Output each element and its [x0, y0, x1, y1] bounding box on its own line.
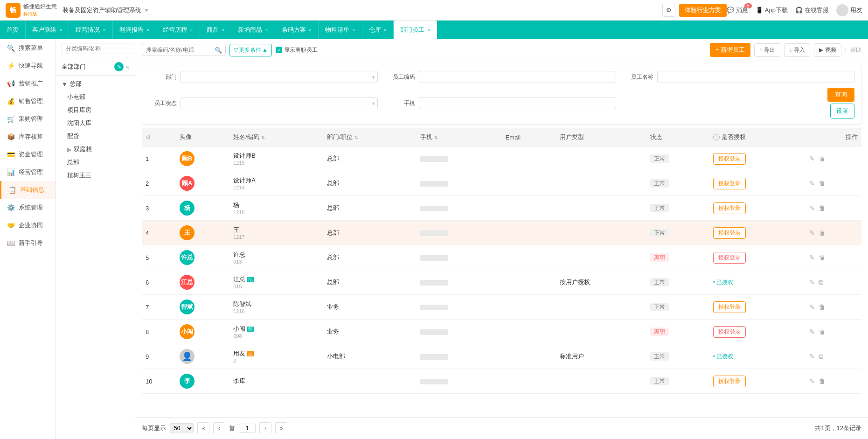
- sidebar-item-purchase[interactable]: 🛒 采购管理: [0, 110, 56, 128]
- tab-bom[interactable]: 物料清单×: [319, 21, 362, 39]
- view-button[interactable]: ▶ 视频: [814, 43, 841, 57]
- message-button[interactable]: 💬 消息 5: [727, 6, 748, 14]
- sidebar-item-inventory[interactable]: 📦 库存核算: [0, 128, 56, 146]
- auth-button-resigned[interactable]: 授权登录: [713, 326, 746, 338]
- first-page-btn[interactable]: «: [197, 422, 209, 434]
- delete-icon[interactable]: 🗑: [819, 377, 825, 385]
- auth-button[interactable]: 授权登录: [713, 153, 746, 165]
- dept-edit-icon[interactable]: ✎: [114, 62, 124, 71]
- dept-node-shenyang[interactable]: 沈阳大库: [56, 117, 135, 130]
- export-button[interactable]: ↑ 导出: [754, 43, 780, 57]
- sidebar-item-guide[interactable]: 📖 新手引导: [0, 234, 56, 252]
- dept-node-zongbu2[interactable]: 总部: [56, 156, 135, 169]
- sidebar-item-system[interactable]: ⚙️ 系统管理: [0, 199, 56, 216]
- sidebar-item-business[interactable]: 📊 经营管理: [0, 163, 56, 181]
- auth-button[interactable]: 授权登录: [713, 178, 746, 189]
- name-sort-icon[interactable]: ⇅: [261, 135, 265, 140]
- dept-node-zongbu-root[interactable]: ▼ 总部: [56, 77, 135, 91]
- edit-icon[interactable]: ✎: [809, 204, 815, 212]
- user-area[interactable]: 用友: [836, 4, 862, 16]
- dept-select[interactable]: [181, 71, 377, 83]
- dept-collapse-icon[interactable]: «: [125, 63, 129, 70]
- tab-bom-close[interactable]: ×: [352, 27, 355, 33]
- dept-node-peihuo[interactable]: 配货: [56, 130, 135, 143]
- experience-btn[interactable]: 体验行业方案: [679, 4, 727, 17]
- phone-input[interactable]: [419, 97, 616, 109]
- tab-profit[interactable]: 利润报告×: [113, 21, 156, 39]
- edit-icon[interactable]: ✎: [809, 303, 815, 311]
- tab-history[interactable]: 经营历程×: [156, 21, 200, 39]
- page-input[interactable]: [239, 424, 256, 433]
- sidebar-item-search[interactable]: 🔍 搜索菜单: [0, 39, 56, 57]
- delete-icon[interactable]: 🗑: [819, 180, 825, 187]
- tab-employee-close[interactable]: ×: [427, 27, 430, 33]
- dept-select-wrap[interactable]: ▾: [181, 71, 378, 83]
- gear-button[interactable]: ⚙: [662, 4, 675, 17]
- filter-search-icon[interactable]: 🔍: [215, 47, 222, 54]
- tab-warehouse[interactable]: 仓库×: [362, 21, 394, 39]
- tab-goods-close[interactable]: ×: [222, 27, 224, 33]
- prev-page-btn[interactable]: ‹: [213, 422, 225, 434]
- auth-button[interactable]: 授权登录: [713, 301, 746, 313]
- dept-node-xiangmu[interactable]: 项目库房: [56, 104, 135, 117]
- dept-node-zhishu[interactable]: 植树王三: [56, 169, 135, 182]
- delete-icon[interactable]: 🗑: [819, 229, 825, 237]
- settings-button[interactable]: 设置: [830, 104, 854, 118]
- phone-sort-icon[interactable]: ⇅: [434, 135, 438, 140]
- per-page-select[interactable]: 50 10 20 100: [170, 423, 194, 433]
- auth-button[interactable]: 授权登录: [713, 227, 746, 239]
- edit-icon[interactable]: ✎: [809, 279, 815, 286]
- next-page-btn[interactable]: ›: [259, 422, 271, 434]
- system-title-arrow-icon[interactable]: ▾: [145, 7, 148, 14]
- delete-icon[interactable]: 🗑: [819, 254, 825, 261]
- copy-icon[interactable]: ⧉: [819, 279, 823, 286]
- edit-icon[interactable]: ✎: [809, 353, 815, 360]
- status-select-wrap[interactable]: ▾: [181, 97, 378, 109]
- tab-new-goods-close[interactable]: ×: [265, 27, 268, 33]
- delete-icon[interactable]: 🗑: [819, 328, 825, 335]
- delete-icon[interactable]: 🗑: [819, 303, 825, 311]
- sidebar-item-finance[interactable]: 💳 资金管理: [0, 146, 56, 163]
- app-download-button[interactable]: 📱 App下载: [756, 6, 788, 14]
- tab-customer-close[interactable]: ×: [59, 27, 62, 33]
- edit-icon[interactable]: ✎: [809, 155, 815, 162]
- sidebar-item-basic[interactable]: 📋 基础信息: [0, 181, 56, 199]
- tab-new-goods[interactable]: 新增商品×: [231, 21, 275, 39]
- tab-customer[interactable]: 客户联络×: [26, 21, 69, 39]
- empname-input[interactable]: [657, 71, 854, 83]
- tab-warehouse-close[interactable]: ×: [384, 27, 387, 33]
- auth-button-resigned[interactable]: 授权登录: [713, 252, 746, 264]
- sidebar-item-nav[interactable]: ⚡ 快速导航: [0, 57, 56, 75]
- filter-search-input[interactable]: [142, 44, 226, 56]
- auth-button[interactable]: 授权登录: [713, 202, 746, 214]
- edit-icon[interactable]: ✎: [809, 377, 815, 385]
- tab-history-close[interactable]: ×: [190, 27, 193, 33]
- delete-icon[interactable]: 🗑: [819, 204, 825, 212]
- more-conditions-button[interactable]: ▽ 更多条件 ▲: [229, 44, 272, 56]
- tab-home[interactable]: 首页: [0, 21, 26, 39]
- edit-icon[interactable]: ✎: [809, 229, 815, 237]
- status-select[interactable]: [181, 98, 377, 109]
- tab-barcode-close[interactable]: ×: [309, 27, 312, 33]
- empcode-input[interactable]: [419, 71, 616, 83]
- tab-employee[interactable]: 部门员工×: [394, 21, 437, 39]
- query-button[interactable]: 查询: [827, 88, 854, 102]
- edit-icon[interactable]: ✎: [809, 328, 815, 335]
- last-page-btn[interactable]: »: [275, 422, 287, 434]
- dept-node-shuangting[interactable]: ▶ 双庭想: [56, 143, 135, 156]
- auth-info-icon[interactable]: i: [713, 134, 720, 140]
- col-settings-icon[interactable]: ⚙: [146, 134, 151, 141]
- tab-profit-close[interactable]: ×: [146, 27, 149, 33]
- auth-button[interactable]: 授权登录: [713, 376, 746, 387]
- tab-barcode[interactable]: 条码方案×: [275, 21, 319, 39]
- import-button[interactable]: ↓ 导入: [784, 43, 810, 57]
- add-employee-button[interactable]: + 新增员工: [710, 43, 750, 57]
- tab-operation[interactable]: 经营情况×: [69, 21, 112, 39]
- sidebar-item-marketing[interactable]: 📢 营销推广: [0, 75, 56, 92]
- sidebar-item-collab[interactable]: 🤝 企业协同: [0, 216, 56, 234]
- online-service-button[interactable]: 🎧 在线客服: [795, 6, 829, 14]
- copy-icon[interactable]: ⧉: [819, 353, 823, 361]
- edit-icon[interactable]: ✎: [809, 180, 815, 187]
- delete-icon[interactable]: 🗑: [819, 155, 825, 162]
- tab-operation-close[interactable]: ×: [103, 27, 105, 33]
